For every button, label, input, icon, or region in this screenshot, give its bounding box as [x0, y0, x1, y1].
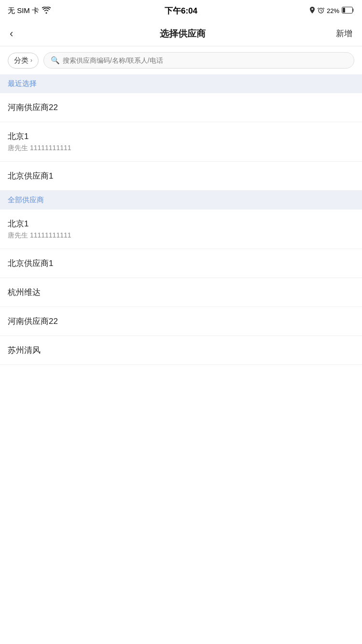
supplier-name: 北京供应商1 — [8, 258, 354, 269]
search-icon: 🔍 — [51, 56, 60, 65]
category-label: 分类 — [14, 56, 28, 65]
filter-row: 分类 › 🔍 — [0, 46, 362, 74]
status-right: 22% — [309, 7, 354, 15]
recent-section-label: 最近选择 — [8, 79, 37, 87]
list-item[interactable]: 北京供应商1 — [0, 162, 362, 191]
list-item[interactable]: 北京1 唐先生 11111111111 — [0, 210, 362, 249]
svg-rect-2 — [343, 8, 345, 13]
nav-bar: ‹ 选择供应商 新增 — [0, 21, 362, 46]
category-arrow-icon: › — [30, 57, 32, 64]
search-input[interactable] — [63, 56, 347, 64]
status-bar: 无 SIM 卡 下午6:04 22% — [0, 0, 362, 21]
search-container: 🔍 — [43, 52, 354, 69]
recent-items-list: 河南供应商22 北京1 唐先生 11111111111 北京供应商1 — [0, 93, 362, 191]
supplier-name: 苏州清风 — [8, 345, 354, 356]
supplier-name: 北京供应商1 — [8, 170, 354, 182]
list-item[interactable]: 河南供应商22 — [0, 307, 362, 336]
add-button[interactable]: 新增 — [336, 28, 352, 39]
supplier-name: 河南供应商22 — [8, 316, 354, 327]
list-item[interactable]: 苏州清风 — [0, 336, 362, 365]
list-item[interactable]: 河南供应商22 — [0, 93, 362, 122]
supplier-name: 河南供应商22 — [8, 102, 354, 113]
battery-icon — [342, 7, 354, 15]
back-button[interactable]: ‹ — [10, 28, 29, 40]
all-section-label: 全部供应商 — [8, 196, 44, 204]
alarm-icon — [318, 7, 324, 15]
status-left: 无 SIM 卡 — [8, 6, 51, 15]
recent-section-header: 最近选择 — [0, 74, 362, 93]
category-button[interactable]: 分类 › — [8, 53, 39, 69]
all-items-list: 北京1 唐先生 11111111111 北京供应商1 杭州维达 河南供应商22 … — [0, 210, 362, 365]
list-item[interactable]: 杭州维达 — [0, 278, 362, 307]
list-item[interactable]: 北京供应商1 — [0, 249, 362, 278]
all-section-header: 全部供应商 — [0, 191, 362, 210]
supplier-name: 北京1 — [8, 131, 354, 142]
page-title: 选择供应商 — [160, 28, 206, 40]
list-item[interactable]: 北京1 唐先生 11111111111 — [0, 122, 362, 162]
supplier-contact: 唐先生 11111111111 — [8, 144, 354, 153]
carrier-text: 无 SIM 卡 — [8, 6, 39, 15]
wifi-icon — [42, 7, 51, 15]
supplier-name: 杭州维达 — [8, 287, 354, 298]
status-time: 下午6:04 — [165, 5, 197, 16]
supplier-name: 北京1 — [8, 218, 354, 229]
location-icon — [309, 7, 315, 15]
supplier-contact: 唐先生 11111111111 — [8, 231, 354, 240]
battery-text: 22% — [327, 7, 339, 14]
